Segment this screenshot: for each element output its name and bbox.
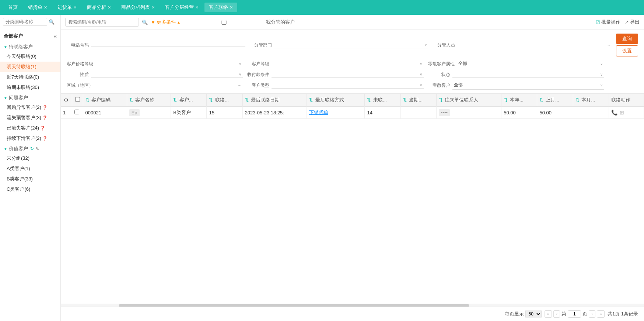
close-product-analysis-icon[interactable]: ✕ <box>108 5 111 10</box>
sidebar-search-input[interactable] <box>3 18 47 26</box>
sidebar-item-class-b[interactable]: B类客户(33) <box>0 174 60 184</box>
sidebar-collapse-icon[interactable]: « <box>54 33 57 39</box>
filter-search-icon[interactable]: 🔍 <box>142 20 148 25</box>
sidebar-item-tomorrow-contact[interactable]: 明天待联络(1) <box>0 62 60 72</box>
close-product-analysis-list-icon[interactable]: ✕ <box>151 5 155 10</box>
dropdown-arrow-icon-9: ∨ <box>600 83 603 87</box>
refresh-icon[interactable]: ↻ <box>30 146 34 151</box>
help-icon-4: ❓ <box>42 136 48 141</box>
col-contacts-sort-icon[interactable]: ⇅ <box>209 97 213 103</box>
nav-product-analysis-list[interactable]: 商品分析列表 ✕ <box>117 3 159 12</box>
col-name-sort-icon[interactable]: ⇅ <box>129 97 133 103</box>
horizontal-scrollbar[interactable] <box>61 304 644 307</box>
sidebar-item-week-contact[interactable]: 近7天待联络(0) <box>0 72 60 82</box>
query-button[interactable]: 查询 <box>616 34 638 44</box>
close-purchase-order-icon[interactable]: ✕ <box>73 5 77 10</box>
col-uncontacted-sort-icon[interactable]: ⇅ <box>367 97 371 103</box>
close-customer-tier-icon[interactable]: ✕ <box>195 5 199 10</box>
nav-home[interactable]: 首页 <box>4 3 22 12</box>
col-last-method-sort-icon[interactable]: ⇅ <box>309 97 313 103</box>
sidebar-item-repurchase-abnormal[interactable]: 回购异常客户(2) ❓ <box>0 102 60 113</box>
dept-dropdown[interactable]: ∨ <box>274 42 428 48</box>
phone-input[interactable] <box>91 44 245 46</box>
col-this-year-sort-icon[interactable]: ⇅ <box>504 97 508 103</box>
filter-row-1: 电话号码 分管部门 ∨ 分管人员 ··· <box>67 34 638 56</box>
sidebar-search-icon[interactable]: 🔍 <box>49 19 55 25</box>
retail-customer-dropdown[interactable]: 全部 ∨ <box>452 81 604 90</box>
gear-icon[interactable]: ⚙ <box>64 97 69 103</box>
retail-attr-dropdown[interactable]: 全部 ∨ <box>457 59 604 68</box>
row-checkbox[interactable] <box>72 107 83 119</box>
next-page-btn[interactable]: › <box>589 310 595 318</box>
dropdown-arrow-icon-3: ∨ <box>420 62 422 66</box>
my-customers-checkbox[interactable]: 我分管的客户 <box>183 19 295 25</box>
payment-terms-dropdown[interactable]: ∨ <box>272 71 423 78</box>
row-last-month: 50.00 <box>537 107 573 119</box>
nav-sales-order[interactable]: 销货单 ✕ <box>24 3 52 12</box>
more-icon[interactable]: ··· <box>606 42 610 48</box>
more-conditions-btn[interactable]: ▼ 更多条件 ▲ <box>151 19 181 25</box>
sidebar-item-class-c[interactable]: C类客户(6) <box>0 184 60 194</box>
customer-level-label: 客户等级 <box>247 61 269 67</box>
nature-dropdown[interactable]: ∨ <box>91 71 243 78</box>
phone-action-icon[interactable]: 📞 <box>611 110 617 115</box>
filter-customer-level: 客户等级 ∨ <box>247 61 423 67</box>
status-dropdown[interactable]: ∨ <box>452 71 604 78</box>
batch-operation-btn[interactable]: ☑ 批量操作 <box>596 19 620 25</box>
nav-customer-contact[interactable]: 客户联络 ✕ <box>204 3 237 12</box>
col-this-month: ⇅ 本月... <box>573 94 609 107</box>
col-type-sort-icon[interactable]: ⇅ <box>173 97 177 103</box>
col-gear[interactable]: ⚙ <box>61 94 72 107</box>
manager-input[interactable]: ··· <box>457 41 612 49</box>
col-last-date-sort-icon[interactable]: ⇅ <box>245 97 249 103</box>
content-area: 🔍 ▼ 更多条件 ▲ 我分管的客户 ☑ 批量操作 ↗ 导出 <box>61 15 644 321</box>
col-contact-person-sort-icon[interactable]: ⇅ <box>439 97 443 103</box>
row-contacts: 15 <box>207 107 242 119</box>
customer-level-dropdown[interactable]: ∨ <box>272 61 423 67</box>
sidebar-all-customers[interactable]: 全部客户 « <box>0 31 60 42</box>
sidebar-item-class-a[interactable]: A类客户(1) <box>0 163 60 174</box>
filter-row-3: 性质 ∨ 收付款条件 ∨ 状态 <box>67 71 638 78</box>
last-page-btn[interactable]: » <box>597 310 605 318</box>
row-select-checkbox[interactable] <box>74 110 79 114</box>
prev-page-btn[interactable]: ‹ <box>553 310 560 318</box>
edit-value-icon[interactable]: ✎ <box>35 146 39 151</box>
close-customer-contact-icon[interactable]: ✕ <box>230 5 233 10</box>
page-input[interactable] <box>568 310 581 318</box>
my-customers-check[interactable] <box>183 20 265 25</box>
nav-purchase-order[interactable]: 进货单 ✕ <box>53 3 81 12</box>
price-level-dropdown[interactable]: ∨ <box>95 61 243 67</box>
customer-table: ⚙ ⇅ 客户编码 ⇅ 客户名称 <box>61 94 644 119</box>
price-level-label: 客户价格等级 <box>67 61 93 67</box>
settings-button[interactable]: 设置 <box>616 45 638 56</box>
region-more-icon[interactable]: ··· <box>238 83 241 88</box>
region-input[interactable]: ··· <box>95 82 243 89</box>
customer-type-dropdown[interactable]: ∨ <box>272 82 423 89</box>
row-contact-person: •••• <box>436 107 501 119</box>
sidebar-item-declining[interactable]: 持续下滑客户(2) ❓ <box>0 133 60 144</box>
search-input[interactable] <box>65 18 139 27</box>
col-last-month-sort-icon[interactable]: ⇅ <box>539 97 543 103</box>
export-btn[interactable]: ↗ 导出 <box>625 19 640 25</box>
sidebar-item-churn-warning[interactable]: 流失预警客户(3) ❓ <box>0 113 60 123</box>
grid-action-icon[interactable]: ⊞ <box>620 110 624 115</box>
close-sales-order-icon[interactable]: ✕ <box>44 5 47 10</box>
sidebar-item-overdue-contact[interactable]: 逾期未联络(30) <box>0 82 60 93</box>
first-page-btn[interactable]: « <box>545 310 552 318</box>
sidebar-item-ungrouped[interactable]: 未分组(32) <box>0 153 60 163</box>
sidebar-item-churned[interactable]: 已流失客户(24) ❓ <box>0 123 60 133</box>
select-all-checkbox[interactable] <box>75 97 80 102</box>
filter-retail-customer: 零散客户 全部 ∨ <box>428 81 604 90</box>
per-page-dropdown[interactable]: 50 <box>525 310 542 318</box>
dropdown-arrow-icon-7: ∨ <box>600 72 603 76</box>
col-overdue-sort-icon[interactable]: ⇅ <box>403 97 407 103</box>
col-checkbox[interactable] <box>72 94 83 107</box>
col-this-month-sort-icon[interactable]: ⇅ <box>575 97 580 103</box>
row-last-date: 2023-05-23 18:25: <box>242 107 307 119</box>
nav-product-analysis[interactable]: 商品分析 ✕ <box>83 3 115 12</box>
nav-customer-tier[interactable]: 客户分层经营 ✕ <box>161 3 203 12</box>
sidebar-item-today-contact[interactable]: 今天待联络(0) <box>0 51 60 62</box>
sidebar-group-pending: ▼ 待联络客户 <box>0 42 60 51</box>
col-code-sort-icon[interactable]: ⇅ <box>85 97 90 103</box>
col-last-method: ⇅ 最后联络方式 <box>307 94 365 107</box>
